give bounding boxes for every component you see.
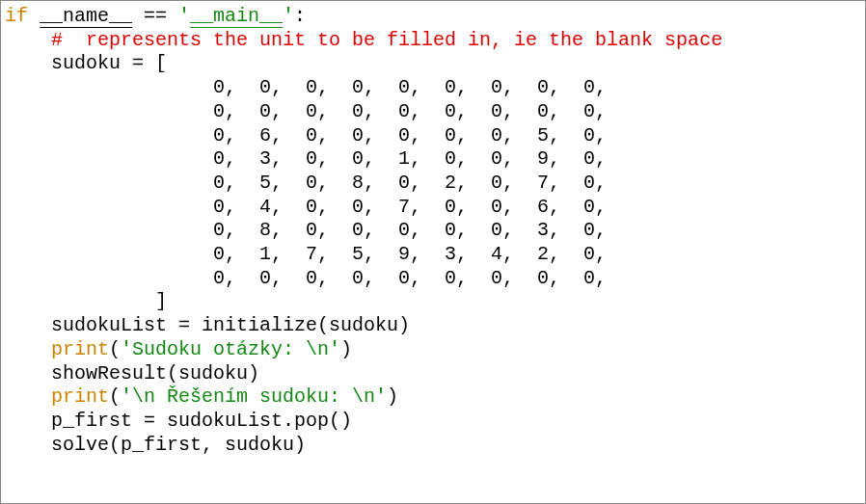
indent <box>5 314 51 336</box>
row-indent <box>5 243 213 265</box>
colon: : <box>294 5 306 27</box>
init-line: sudokuList = initialize(sudoku) <box>51 314 410 336</box>
space <box>28 5 40 27</box>
row-7: 0, 1, 7, 5, 9, 3, 4, 2, 0, <box>213 243 607 265</box>
indent <box>5 362 51 385</box>
row-8: 0, 0, 0, 0, 0, 0, 0, 0, 0, <box>213 267 607 289</box>
op-eq: == <box>132 5 178 27</box>
row-3: 0, 3, 0, 0, 1, 0, 0, 9, 0, <box>213 147 607 170</box>
row-indent <box>5 267 213 289</box>
indent <box>5 385 51 408</box>
close-bracket: ] <box>155 290 167 312</box>
row-4: 0, 5, 0, 8, 0, 2, 0, 7, 0, <box>213 172 607 194</box>
row-indent <box>5 196 213 218</box>
dunder-name: __name__ <box>40 5 132 28</box>
row-indent <box>5 147 213 170</box>
str-sudoku-otazky: 'Sudoku otázky: \n' <box>121 338 340 360</box>
code-block: if __name__ == '__main__': # represents … <box>0 0 866 504</box>
quote-close: ' <box>283 5 294 27</box>
row-0: 0, 0, 0, 0, 0, 0, 0, 0, 0, <box>213 76 607 98</box>
keyword-if: if <box>5 5 28 27</box>
indent <box>5 29 51 51</box>
row-5: 0, 4, 0, 0, 7, 0, 0, 6, 0, <box>213 196 607 218</box>
builtin-print: print <box>51 385 109 408</box>
close-indent <box>5 290 155 312</box>
str-main: __main__ <box>190 5 283 28</box>
indent <box>5 410 51 432</box>
row-indent <box>5 124 213 146</box>
row-2: 0, 6, 0, 0, 0, 0, 0, 5, 0, <box>213 124 607 146</box>
row-6: 0, 8, 0, 0, 0, 0, 0, 3, 0, <box>213 219 607 241</box>
row-indent <box>5 172 213 194</box>
str-resenim-sudoku: '\n Řešením sudoku: \n' <box>121 385 387 408</box>
row-indent <box>5 100 213 122</box>
indent <box>5 52 51 74</box>
builtin-print: print <box>51 338 109 360</box>
comment-line: # represents the unit to be filled in, i… <box>51 29 722 51</box>
paren-open: ( <box>109 385 121 408</box>
solve-line: solve(p_first, sudoku) <box>51 434 306 456</box>
p-first-line: p_first = sudokuList.pop() <box>51 410 352 432</box>
paren-close: ) <box>340 338 352 360</box>
row-indent <box>5 76 213 98</box>
assign-open: sudoku = [ <box>51 52 167 74</box>
show-result-line: showResult(sudoku) <box>51 362 259 385</box>
row-1: 0, 0, 0, 0, 0, 0, 0, 0, 0, <box>213 100 607 122</box>
paren-close: ) <box>387 385 398 408</box>
paren-open: ( <box>109 338 121 360</box>
quote-open: ' <box>178 5 190 27</box>
row-indent <box>5 219 213 241</box>
indent <box>5 434 51 456</box>
indent <box>5 338 51 360</box>
